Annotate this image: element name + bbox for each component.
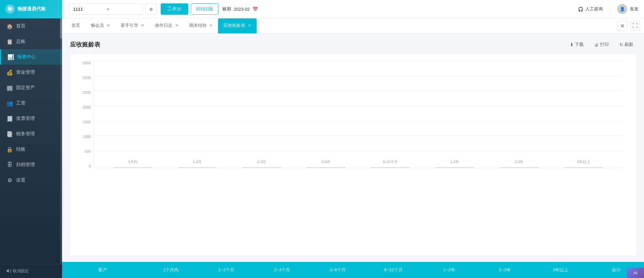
y-axis: 2500 2500 2500 2000 1500 1000 500 0 xyxy=(77,61,94,168)
user-name: 友友 xyxy=(630,6,639,12)
tab-expand-button[interactable]: ⛶ xyxy=(630,21,640,31)
x-label-3year-plus: 3年以上 xyxy=(551,159,616,164)
tab-ar-aging-close-icon[interactable]: ✕ xyxy=(248,23,251,28)
sidebar-item-payroll[interactable]: 👥 工资 xyxy=(0,95,62,111)
user-area[interactable]: 👤 友友 xyxy=(617,4,639,14)
tab-member-close-icon[interactable]: ✕ xyxy=(107,23,110,28)
tab-close-button[interactable]: ✕ xyxy=(617,21,627,31)
refresh-icon: ↻ xyxy=(620,42,623,47)
sidebar-item-archive[interactable]: 🗄 归档管理 xyxy=(0,157,62,172)
sidebar: 🏠 首页 📋 总账 📊 报表中心 💰 资金管理 🏢 固定资产 👥 工资 🧾 发票… xyxy=(0,18,62,278)
company-selector[interactable]: 1111 ▾ xyxy=(69,3,143,15)
home-icon: 🏠 xyxy=(7,23,13,29)
top-header: 畅 畅捷通易代账 1111 ▾ ⊕ 工作台 切到旧版 账期 2023-02 📅 … xyxy=(0,0,644,18)
tab-home-label: 首页 xyxy=(71,22,80,28)
tab-member[interactable]: 畅会员 ✕ xyxy=(86,18,115,33)
consult-button[interactable]: 🎧 人工咨询 xyxy=(578,6,603,12)
payroll-icon: 👥 xyxy=(7,100,13,106)
sidebar-footer-toggle[interactable]: ◀‖ 取消固定 xyxy=(0,264,62,278)
th-3-6month: 3~6个月 xyxy=(310,267,366,273)
sidebar-item-funds[interactable]: 💰 资金管理 xyxy=(0,65,62,80)
download-button[interactable]: ⬇ 下载 xyxy=(567,40,586,49)
sidebar-item-settings[interactable]: ⚙ 设置 xyxy=(0,172,62,188)
tab-guide[interactable]: 新手引导 ✕ xyxy=(115,18,150,33)
chart-container: 2500 2500 2500 2000 1500 1000 500 0 xyxy=(70,54,636,255)
print-icon: 🖨 xyxy=(594,42,599,47)
refresh-button[interactable]: ↻ 刷新 xyxy=(617,40,636,49)
logo-icon: 畅 xyxy=(5,4,15,14)
tab-period-end-label: 期末结转 xyxy=(189,22,207,28)
tab-oplog[interactable]: 操作日志 ✕ xyxy=(150,18,184,33)
page-header: 应收账龄表 ⬇ 下载 🖨 打印 ↻ 刷新 xyxy=(70,40,636,49)
company-name: 1111 xyxy=(73,7,104,12)
sidebar-item-close[interactable]: 🔒 结账 xyxy=(0,142,62,157)
tab-oplog-label: 操作日志 xyxy=(155,22,172,28)
print-label: 打印 xyxy=(600,42,609,48)
tab-actions: ✕ ⛶ xyxy=(617,21,640,31)
period-area: 账期 2023-02 📅 xyxy=(222,6,258,12)
th-1-2month: 1~2个月 xyxy=(199,267,254,273)
main-layout: 🏠 首页 📋 总账 📊 报表中心 💰 资金管理 🏢 固定资产 👥 工资 🧾 发票… xyxy=(0,18,644,278)
tab-guide-close-icon[interactable]: ✕ xyxy=(141,23,144,28)
th-1-2year: 1~2年 xyxy=(421,267,477,273)
x-label-1-2month: 1-2月 xyxy=(165,159,229,164)
tab-oplog-close-icon[interactable]: ✕ xyxy=(175,23,178,28)
sidebar-scrollbar-thumb xyxy=(60,18,62,39)
print-button[interactable]: 🖨 打印 xyxy=(592,40,611,49)
switch-version-button[interactable]: 切到旧版 xyxy=(191,3,218,15)
logo-area: 畅 畅捷通易代账 xyxy=(0,0,62,18)
chevron-down-icon: ▾ xyxy=(107,7,138,12)
invoice-icon: 🧾 xyxy=(7,116,13,122)
copy-button[interactable]: ⊕ xyxy=(145,3,157,15)
tab-home[interactable]: 首页 xyxy=(66,18,86,33)
page-title: 应收账龄表 xyxy=(70,41,100,49)
tax-icon: 📑 xyxy=(7,131,13,137)
sidebar-label-close: 结账 xyxy=(16,146,25,152)
refresh-label: 刷新 xyxy=(625,42,633,48)
sidebar-label-reports: 报表中心 xyxy=(17,54,36,60)
workbench-button[interactable]: 工作台 xyxy=(161,3,188,15)
chart-wrapper: 2500 2500 2500 2000 1500 1000 500 0 xyxy=(77,61,629,182)
sidebar-item-invoice[interactable]: 🧾 发票管理 xyxy=(0,111,62,126)
period-value: 2023-02 xyxy=(234,7,250,12)
tab-guide-label: 新手引导 xyxy=(121,22,138,28)
tab-ar-aging[interactable]: 应收账龄表 ✕ xyxy=(218,18,257,33)
x-label-2-3year: 2-3年 xyxy=(487,159,551,164)
tab-member-label: 畅会员 xyxy=(91,22,104,28)
th-6-12month: 6~12个月 xyxy=(366,267,421,273)
tab-period-end[interactable]: 期末结转 ✕ xyxy=(184,18,218,33)
tab-period-end-close-icon[interactable]: ✕ xyxy=(209,23,213,28)
th-customer: 客户 xyxy=(62,267,143,273)
y-label-1000: 1000 xyxy=(83,135,91,139)
sidebar-item-assets[interactable]: 🏢 固定资产 xyxy=(0,80,62,95)
settings-icon: ⚙ xyxy=(7,177,13,183)
sidebar-item-home[interactable]: 🏠 首页 xyxy=(0,18,62,34)
sidebar-scrollbar[interactable] xyxy=(60,18,62,265)
sidebar-label-home: 首页 xyxy=(16,23,25,29)
th-3year-plus: 3年以上 xyxy=(533,267,588,273)
y-label-0: 0 xyxy=(89,164,91,168)
sidebar-item-ledger[interactable]: 📋 总账 xyxy=(0,34,62,49)
header-right: 🎧 人工咨询 | 👤 友友 xyxy=(578,4,639,14)
archive-icon: 🗄 xyxy=(7,162,13,168)
ai-badge[interactable]: Ai xyxy=(627,268,644,278)
sidebar-item-tax[interactable]: 📑 税务管理 xyxy=(0,126,62,142)
sidebar-label-tax: 税务管理 xyxy=(16,131,35,137)
content-area: 首页 畅会员 ✕ 新手引导 ✕ 操作日志 ✕ 期末结转 ✕ 应收账龄表 ✕ xyxy=(62,18,644,278)
chart-plot: 1月内 1-2月 2-3月 3-6月 6-12个月 1-2年 2-3年 3年以上 xyxy=(94,61,623,168)
logo-text: 畅捷通易代账 xyxy=(17,6,46,12)
page-content: 应收账龄表 ⬇ 下载 🖨 打印 ↻ 刷新 xyxy=(62,33,644,262)
calendar-icon[interactable]: 📅 xyxy=(253,7,258,12)
sidebar-label-payroll: 工资 xyxy=(16,100,25,106)
table-header: 客户 1个月内 1~2个月 2~3个月 3~6个月 6~12个月 1~2年 2~… xyxy=(62,262,644,278)
sidebar-label-funds: 资金管理 xyxy=(16,69,35,75)
x-label-3-6month: 3-6月 xyxy=(294,159,358,164)
y-label-500: 500 xyxy=(85,149,91,153)
sidebar-item-reports[interactable]: 📊 报表中心 xyxy=(0,49,62,65)
reports-icon: 📊 xyxy=(8,54,14,60)
avatar: 👤 xyxy=(617,4,627,14)
x-label-2-3month: 2-3月 xyxy=(229,159,294,164)
tab-bar: 首页 畅会员 ✕ 新手引导 ✕ 操作日志 ✕ 期末结转 ✕ 应收账龄表 ✕ xyxy=(62,18,644,33)
x-label-1-2year: 1-2年 xyxy=(423,159,487,164)
download-label: 下载 xyxy=(575,42,584,48)
